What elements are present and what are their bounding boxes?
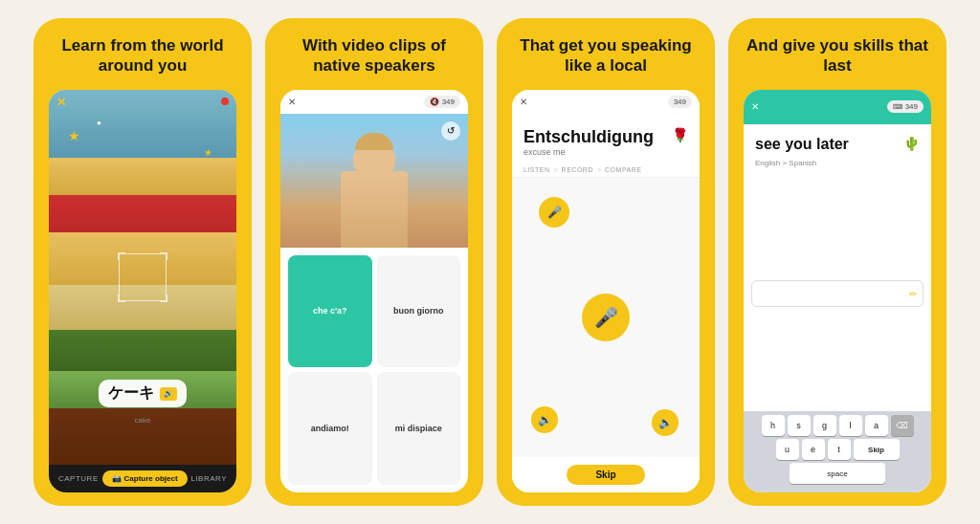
video-area: ↺	[280, 114, 468, 248]
teal-header: ✕ ⌨ 349	[744, 90, 931, 124]
record-dot	[221, 98, 229, 105]
step-arrow2: >	[597, 166, 601, 173]
key-u[interactable]: u	[776, 439, 799, 460]
card-camera: Learn from the world around you ★ ★ ● ✕	[33, 18, 252, 506]
cactus-icon: 🌵	[903, 136, 920, 151]
word-tag: ケーキ 🔊	[99, 380, 187, 407]
card-keyboard: And give you skills that last ✕ ⌨ 349 se…	[728, 18, 947, 506]
quiz-option-2[interactable]: buon giorno	[377, 255, 461, 368]
steps-bar: LISTEN > RECORD > COMPARE	[512, 163, 700, 178]
skip-button[interactable]: Skip	[567, 465, 644, 485]
person-visual	[331, 123, 417, 248]
sound-bubble-1: 🎤	[539, 197, 569, 228]
close-icon[interactable]: ✕	[520, 97, 527, 107]
main-container: Learn from the world around you ★ ★ ● ✕	[0, 0, 980, 524]
key-s[interactable]: s	[788, 415, 811, 436]
phone-screen-4: ✕ ⌨ 349 see you later 🌵 English > Spanis…	[744, 90, 931, 493]
step-listen: LISTEN	[523, 166, 550, 173]
speaker-icon[interactable]: 🔊	[160, 387, 177, 401]
focus-reticle	[119, 253, 167, 301]
main-word: Entschuldigung	[523, 127, 654, 147]
english-word: cake	[135, 416, 151, 425]
edit-icon: ✏	[909, 289, 917, 299]
volume-icon: 🔇	[430, 98, 439, 106]
score-badge: 349	[668, 96, 692, 108]
card-speaking: That get you speaking like a local ✕ 349…	[497, 18, 715, 506]
phrase-display: see you later 🌵	[744, 124, 931, 157]
replay-button[interactable]: ↺	[441, 121, 460, 141]
quiz-option-1[interactable]: che c'a?	[288, 255, 372, 368]
card2-title: With video clips of native speakers	[278, 35, 470, 76]
sound-bubble-2: 🔈	[531, 406, 558, 433]
close-icon[interactable]: ✕	[56, 96, 66, 109]
skip-area: Skip	[512, 457, 700, 492]
score-badge: ⌨ 349	[887, 100, 924, 113]
translation: excuse me	[523, 147, 654, 157]
quiz-option-4[interactable]: mi dispiace	[377, 372, 461, 485]
capture-label-bottom: CAPTURE	[58, 474, 99, 483]
speak-header: ✕ 349	[512, 90, 700, 114]
language-label: English > Spanish	[744, 157, 931, 177]
skip-key[interactable]: Skip	[854, 439, 900, 460]
mic-button[interactable]: 🎤	[582, 294, 630, 341]
answer-input[interactable]: ✏	[751, 280, 924, 307]
key-g[interactable]: g	[813, 415, 836, 436]
card1-title: Learn from the world around you	[47, 35, 238, 76]
phone-screen-3: ✕ 349 Entschuldigung excuse me 🌹 LISTEN …	[512, 90, 700, 493]
key-e[interactable]: e	[802, 439, 825, 460]
card3-title: That get you speaking like a local	[510, 35, 702, 76]
step-arrow1: >	[554, 166, 558, 173]
video-header: ✕ 🔇 349	[280, 90, 468, 114]
phone-screen-2: ✕ 🔇 349 ↺ che c'a? buon	[280, 90, 468, 493]
library-label: LIBRARY	[190, 474, 227, 483]
keyboard-row-2: u e t Skip	[747, 439, 927, 460]
delete-key[interactable]: ⌫	[891, 415, 914, 436]
rose-icon: 🌹	[672, 127, 688, 142]
input-area: ✏	[744, 177, 931, 412]
capture-button[interactable]: 📷 Capture object	[102, 470, 188, 487]
speaking-area: 🎤 🎤 🔈 🔈	[512, 178, 700, 458]
quiz-option-3[interactable]: andiamo!	[288, 372, 372, 485]
camera-icon: 📷	[112, 474, 122, 483]
card4-title: And give you skills that last	[742, 35, 933, 76]
key-a[interactable]: a	[865, 415, 888, 436]
step-compare: COMPARE	[605, 166, 641, 173]
word-display: Entschuldigung excuse me 🌹	[512, 114, 700, 163]
phone-screen-1: ★ ★ ● ✕ ケーキ 🔊 cake	[49, 90, 236, 493]
camera-bottom-bar: CAPTURE 📷 Capture object LIBRARY	[49, 465, 236, 492]
quiz-grid: che c'a? buon giorno andiamo! mi dispiac…	[280, 248, 468, 493]
camera-view: ★ ★ ● ✕ ケーキ 🔊 cake	[49, 90, 236, 466]
key-h[interactable]: h	[762, 415, 785, 436]
close-icon[interactable]: ✕	[751, 101, 759, 112]
sound-bubble-3: 🔈	[652, 409, 679, 436]
japanese-word: ケーキ	[108, 383, 154, 404]
keyboard: h s g l a ⌫ u e t Skip space	[744, 411, 931, 492]
card-video: With video clips of native speakers ✕ 🔇 …	[265, 18, 483, 506]
keyboard-row-3: space	[747, 463, 927, 484]
close-icon[interactable]: ✕	[288, 97, 296, 107]
key-l[interactable]: l	[839, 415, 862, 436]
key-t[interactable]: t	[828, 439, 851, 460]
space-key[interactable]: space	[790, 463, 885, 484]
score-badge: 🔇 349	[424, 96, 460, 108]
keyboard-icon: ⌨	[893, 103, 902, 111]
keyboard-row-1: h s g l a ⌫	[747, 415, 927, 436]
step-record: RECORD	[562, 166, 593, 173]
